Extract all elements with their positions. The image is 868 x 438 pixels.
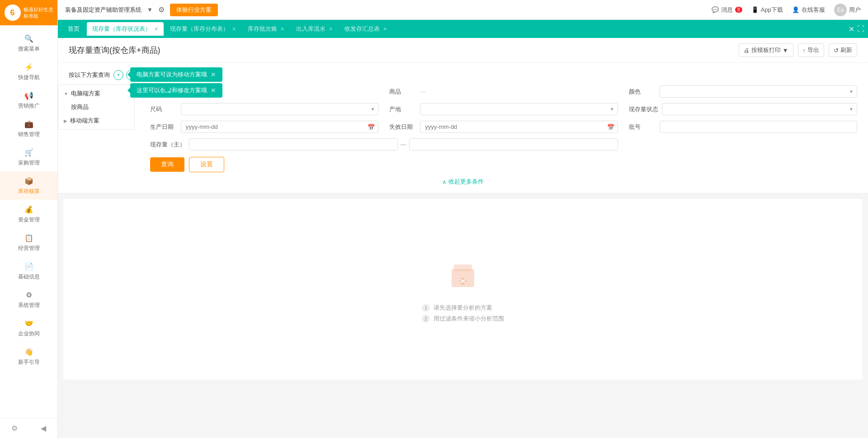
tab-close-stock-status[interactable]: ✕ — [154, 26, 158, 32]
tab-close-all-icon[interactable]: ✕ — [849, 25, 854, 33]
message-item[interactable]: 💬 消息 8 — [712, 6, 742, 14]
print-icon: 🖨 — [744, 47, 750, 54]
app-download-item[interactable]: 📱 App下载 — [751, 6, 783, 14]
expiry-date-input[interactable] — [420, 121, 618, 133]
stock-status-select[interactable] — [662, 103, 857, 115]
batch-input[interactable] — [660, 121, 857, 133]
prod-date-label: 生产日期 — [150, 123, 177, 131]
size-select[interactable] — [181, 103, 378, 115]
sidebar-item-marketing[interactable]: 📢 营销推广 — [0, 86, 57, 114]
logo-area: 6 畅通好好生意 标准版 — [0, 0, 57, 25]
sales-icon: 💼 — [24, 119, 34, 129]
tab-close-inout[interactable]: ✕ — [329, 26, 333, 32]
tab-close-batch[interactable]: ✕ — [280, 26, 284, 32]
operation-icon: 📋 — [24, 233, 34, 243]
filter-area: 按以下方案查询 + ✎ « 电脑方案可设为移动方案哦 ✕ 这里可以创建和修改方案… — [58, 63, 868, 193]
stock-main-to[interactable] — [409, 138, 618, 151]
filter-row-origin: 产地 ▼ — [389, 103, 618, 115]
add-scheme-button[interactable]: + — [113, 70, 123, 80]
tab-batch[interactable]: 库存批次账 ✕ — [242, 22, 290, 36]
tree-sub-item-goods[interactable]: 按商品 — [58, 100, 134, 114]
user-item[interactable]: Ea 用户 — [834, 4, 861, 16]
sidebar-item-enterprise[interactable]: 🤝 企业协同 — [0, 314, 57, 342]
prod-date-input[interactable] — [181, 121, 378, 133]
stock-main-from[interactable] — [189, 138, 398, 151]
header-left: 装备及固定资产辅助管理系统 ▼ ⚙ 体验行业方案 — [65, 4, 218, 16]
print-button[interactable]: 🖨 按模板打印 ▼ — [739, 43, 793, 57]
sidebar-item-inventory[interactable]: 📦 库存核算 — [0, 171, 57, 200]
color-select-wrap: ▼ — [660, 85, 857, 98]
tree-item-mobile[interactable]: ▶ 移动端方案 — [58, 114, 134, 127]
tab-collect[interactable]: 收发存汇总表 ✕ — [339, 22, 392, 36]
sidebar-item-purchase[interactable]: 🛒 采购管理 — [0, 143, 57, 171]
filter-row-size: 尺码 ▼ — [150, 103, 378, 115]
collapse-sidebar-icon[interactable]: ◀ — [41, 424, 46, 433]
sidebar-item-basic[interactable]: 📄 基础信息 — [0, 257, 57, 285]
tab-stock-dist[interactable]: 现存量（库存分布表） ✕ — [165, 22, 241, 36]
sidebar-item-search[interactable]: 🔍 搜索菜单 — [0, 29, 57, 57]
export-button[interactable]: ↑ 导出 — [798, 43, 825, 57]
tab-home[interactable]: 首页 — [61, 22, 86, 36]
step1-text: 请先选择要分析的方案 — [434, 304, 492, 312]
sidebar-item-newbie[interactable]: 👋 新手引导 — [0, 342, 57, 371]
sidebar-item-operation[interactable]: 📋 经营管理 — [0, 228, 57, 257]
service-icon: 👤 — [792, 6, 799, 13]
sidebar-item-quick[interactable]: ⚡ 快捷导航 — [0, 57, 57, 86]
sidebar-item-finance[interactable]: 💰 资金管理 — [0, 200, 57, 228]
settings-footer-icon[interactable]: ⚙ — [11, 424, 18, 433]
filter-row-expiry-date: 失效日期 📅 — [389, 121, 618, 133]
collapse-button[interactable]: ∧ 收起更多条件 — [69, 178, 857, 186]
message-icon: 💬 — [712, 6, 719, 13]
tree-item-pc[interactable]: ▼ 电脑端方案 — [58, 87, 134, 100]
expiry-date-wrap: 📅 — [420, 121, 618, 133]
search-button[interactable]: 查询 — [150, 157, 184, 172]
scheme-tooltip-close[interactable]: ✕ — [211, 71, 216, 78]
system-icon: ⚙ — [24, 290, 34, 300]
size-select-wrap: ▼ — [181, 103, 378, 115]
tab-bar-actions: ✕ ⛶ — [849, 25, 864, 33]
page-title-bar: 现存量查询(按仓库+商品) 🖨 按模板打印 ▼ ↑ 导出 ↺ 刷新 — [58, 38, 868, 63]
refresh-button[interactable]: ↺ 刷新 — [829, 43, 857, 57]
filter-indicator — [165, 86, 170, 92]
basic-icon: 📄 — [24, 261, 34, 271]
tree-arrow-icon: ▼ — [64, 91, 68, 96]
sidebar-item-system[interactable]: ⚙ 系统管理 — [0, 285, 57, 314]
online-service-item[interactable]: 👤 在线客服 — [792, 6, 825, 14]
tab-stock-status[interactable]: 现存量（库存状况表） ✕ — [87, 22, 164, 36]
svg-rect-1 — [454, 264, 472, 271]
trial-button[interactable]: 体验行业方案 — [170, 4, 218, 16]
logo-icon: 6 — [5, 5, 21, 21]
origin-select-wrap: ▼ — [420, 103, 618, 115]
inventory-icon: 📦 — [24, 176, 34, 186]
tab-close-collect[interactable]: ✕ — [383, 26, 387, 32]
enterprise-icon: 🤝 — [24, 318, 34, 328]
filter-row-goods: 商品 ··· — [389, 85, 618, 98]
filter-grid: 仓库 ··· 商品 ··· 颜色 ▼ — [150, 85, 857, 151]
settings-icon[interactable]: ⚙ — [158, 5, 165, 14]
size-label: 尺码 — [150, 105, 177, 113]
filter-row-stock-main: 现存量（主） — — [150, 138, 618, 151]
phone-icon: 📱 — [751, 6, 759, 13]
expiry-date-icon[interactable]: 📅 — [607, 123, 614, 130]
stock-status-label: 现存量状态 — [629, 105, 658, 113]
prod-date-icon[interactable]: 📅 — [368, 123, 375, 130]
expiry-date-label: 失效日期 — [389, 123, 416, 131]
logo-text: 畅通好好生意 标准版 — [24, 6, 53, 19]
top-header: 装备及固定资产辅助管理系统 ▼ ⚙ 体验行业方案 💬 消息 8 📱 App下载 … — [58, 0, 868, 20]
tab-expand-icon[interactable]: ⛶ — [857, 25, 864, 33]
edit-tooltip-close[interactable]: ✕ — [211, 87, 216, 94]
system-dropdown-icon[interactable]: ▼ — [147, 6, 153, 13]
data-area: 1 请先选择要分析的方案 2 用过滤条件来缩小分析范围 — [63, 199, 863, 380]
purchase-icon: 🛒 — [24, 147, 34, 157]
tab-close-stock-dist[interactable]: ✕ — [232, 26, 236, 32]
origin-select[interactable] — [420, 103, 618, 115]
color-select[interactable] — [660, 85, 857, 98]
stock-main-range: — — [189, 138, 618, 151]
goods-dots[interactable]: ··· — [420, 88, 426, 96]
empty-illustration — [440, 253, 486, 298]
setting-button[interactable]: 设置 — [189, 157, 224, 172]
sidebar-item-sales[interactable]: 💼 销售管理 — [0, 114, 57, 143]
tab-bar: 首页 现存量（库存状况表） ✕ 现存量（库存分布表） ✕ 库存批次账 ✕ 出入库… — [58, 20, 868, 38]
page-title: 现存量查询(按仓库+商品) — [69, 45, 160, 61]
tab-inout[interactable]: 出入库流水 ✕ — [291, 22, 338, 36]
